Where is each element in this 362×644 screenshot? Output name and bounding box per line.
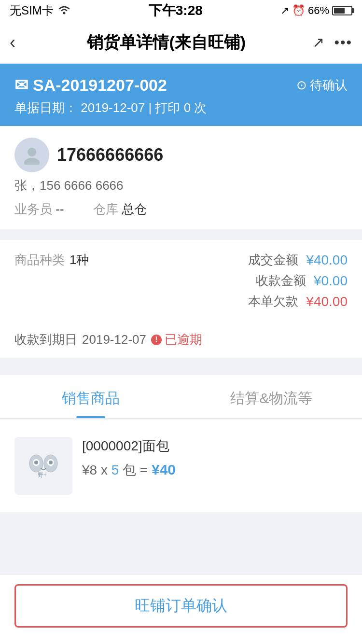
svg-text:野+: 野+ — [38, 472, 47, 478]
share-icon[interactable]: ↗ — [312, 34, 324, 51]
nav-bar: ‹ 销货单详情(来自旺铺) ↗ ••• — [0, 21, 362, 64]
overdue-text: 已逾期 — [165, 331, 202, 348]
confirm-order-button[interactable]: 旺铺订单确认 — [14, 584, 348, 628]
svg-point-8 — [49, 461, 53, 464]
divider-1 — [0, 230, 362, 240]
salesman-field: 业务员 -- — [14, 201, 64, 218]
received-amount-value: ¥0.00 — [314, 273, 348, 289]
deal-amount-label: 成交金额 — [248, 252, 298, 268]
order-id: ✉ SA-20191207-002 — [14, 75, 167, 95]
product-type-label: 商品种类 — [14, 252, 65, 268]
wifi-icon — [57, 4, 71, 17]
product-unit: 包 — [123, 462, 136, 477]
order-status: ⊙ 待确认 — [296, 77, 348, 94]
svg-point-7 — [34, 461, 38, 464]
status-left: 无SIM卡 — [10, 3, 71, 18]
status-right: ↗ ⏰ 66% — [280, 4, 352, 17]
battery-text: 66% — [308, 4, 329, 17]
status-bar: 无SIM卡 下午3:28 ↗ ⏰ 66% — [0, 0, 362, 21]
location-icon: ↗ — [280, 4, 289, 17]
battery-icon — [332, 6, 352, 15]
salesman-label: 业务员 — [14, 202, 52, 216]
svg-point-0 — [63, 12, 65, 14]
svg-point-1 — [28, 148, 36, 156]
order-date-label: 单据日期： — [14, 100, 77, 115]
due-date-value: 2019-12-07 — [82, 332, 146, 347]
owed-amount-label: 本单欠款 — [248, 293, 298, 310]
status-clock-icon: ⊙ — [296, 78, 307, 93]
alarm-icon: ⏰ — [292, 4, 305, 17]
customer-card: 17666666666 张，156 6666 6666 业务员 -- 仓库 总仓 — [0, 126, 362, 229]
carrier-text: 无SIM卡 — [10, 3, 54, 18]
svg-point-2 — [24, 158, 40, 165]
avatar — [14, 138, 49, 172]
product-type-section: 商品种类 1种 — [14, 252, 248, 268]
product-total: ¥40 — [152, 462, 176, 477]
order-icon: ✉ — [14, 75, 28, 95]
status-text: 待确认 — [310, 77, 348, 94]
warehouse-label: 仓库 — [93, 202, 118, 216]
owed-amount-value: ¥40.00 — [306, 294, 348, 309]
product-qty: 5 — [111, 462, 119, 477]
status-time: 下午3:28 — [149, 1, 203, 20]
product-info: [0000002]面包 ¥8 x 5 包 = ¥40 — [82, 437, 348, 479]
warehouse-field: 仓库 总仓 — [93, 201, 147, 218]
amount-card: 商品种类 1种 成交金额 ¥40.00 收款金额 ¥0.00 本单欠款 ¥40.… — [0, 240, 362, 322]
received-amount-row: 收款金额 ¥0.00 — [256, 272, 348, 289]
due-date-card: 收款到期日 2019-12-07 ! 已逾期 — [0, 322, 362, 358]
product-item: 野+ [0000002]面包 ¥8 x 5 包 = ¥40 — [14, 429, 348, 503]
back-button[interactable]: ‹ — [5, 28, 20, 57]
confirm-button-wrapper: 旺铺订单确认 — [0, 574, 362, 644]
order-header: ✉ SA-20191207-002 ⊙ 待确认 单据日期： 2019-12-07… — [0, 64, 362, 126]
product-name: [0000002]面包 — [82, 437, 348, 455]
page-title: 销货单详情(来自旺铺) — [20, 31, 312, 54]
order-date-row: 单据日期： 2019-12-07 | 打印 0 次 — [14, 99, 348, 116]
product-logo: 野+ — [24, 449, 63, 483]
product-list: 野+ [0000002]面包 ¥8 x 5 包 = ¥40 — [0, 420, 362, 512]
tabs-bar: 销售商品 结算&物流等 — [0, 375, 362, 419]
nav-actions: ↗ ••• — [312, 34, 352, 51]
order-id-text: SA-20191207-002 — [33, 76, 167, 95]
salesman-value: -- — [56, 202, 64, 216]
customer-name: 张，156 6666 6666 — [14, 177, 348, 194]
deal-amount-row: 成交金额 ¥40.00 — [248, 252, 348, 268]
received-amount-label: 收款金额 — [256, 272, 306, 289]
customer-meta: 业务员 -- 仓库 总仓 — [14, 201, 348, 218]
amounts-section: 成交金额 ¥40.00 收款金额 ¥0.00 本单欠款 ¥40.00 — [248, 252, 348, 310]
tab-settlement-logistics[interactable]: 结算&物流等 — [181, 375, 362, 418]
equals-sign: = — [140, 462, 152, 477]
due-date-label: 收款到期日 — [14, 331, 77, 348]
overdue-badge: ! 已逾期 — [151, 331, 202, 348]
tab-sales-products[interactable]: 销售商品 — [0, 375, 181, 418]
multiply-sign: x — [101, 462, 111, 477]
order-date-separator: | — [148, 100, 155, 115]
product-type-value: 1种 — [70, 252, 89, 268]
product-price-row: ¥8 x 5 包 = ¥40 — [82, 461, 348, 479]
overdue-icon: ! — [151, 335, 162, 345]
owed-amount-row: 本单欠款 ¥40.00 — [248, 293, 348, 310]
customer-phone: 17666666666 — [57, 145, 163, 165]
product-price-label: ¥8 — [82, 462, 97, 477]
product-thumbnail: 野+ — [14, 437, 72, 495]
more-icon[interactable]: ••• — [334, 34, 352, 51]
divider-2 — [0, 358, 362, 367]
confirm-button-label: 旺铺订单确认 — [135, 595, 227, 616]
order-date-value: 2019-12-07 — [81, 100, 145, 115]
order-print-text: 打印 0 次 — [155, 100, 207, 115]
warehouse-value: 总仓 — [122, 202, 147, 216]
deal-amount-value: ¥40.00 — [306, 252, 348, 268]
